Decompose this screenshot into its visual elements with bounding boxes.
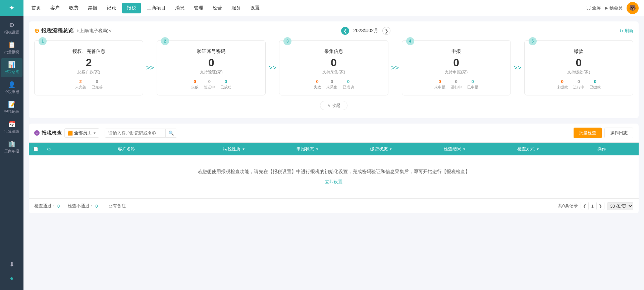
th-check-result[interactable]: 检查结果 ▼ xyxy=(418,143,491,155)
step1-stat-1[interactable]: 0 已完善 xyxy=(92,79,103,90)
nav-item-message[interactable]: 消息 xyxy=(170,0,189,16)
step3-number: 0 xyxy=(285,57,382,68)
fail-count-link[interactable]: 0 xyxy=(95,204,98,209)
overview-panel: ⊕ 报税流程总览 ♀上海(电子税局)∨ ❮ 2023年02月 ❯ ↻ 刷新 xyxy=(29,21,639,118)
sidebar: ⚙ 报税设置 📋 批量报税 📊 报税总览 👤 个税申报 📝 报税记录 📅 汇算清… xyxy=(0,16,23,290)
avatar[interactable]: 🐻 xyxy=(627,2,639,14)
sidebar-location[interactable]: ● xyxy=(1,272,22,285)
step4-stat-1[interactable]: 0 进行中 xyxy=(451,79,462,90)
nav-item-service[interactable]: 服务 xyxy=(227,0,246,16)
step5-stat-2[interactable]: 0 已缴款 xyxy=(590,79,601,90)
step-badge-1: 1 xyxy=(39,37,47,45)
step2-stat-0[interactable]: 0 失败 xyxy=(191,79,199,90)
select-all-checkbox[interactable] xyxy=(34,147,38,151)
step5-stat-0[interactable]: 0 未缴款 xyxy=(557,79,568,90)
refresh-button[interactable]: ↻ 刷新 xyxy=(620,28,633,34)
step4-stat-0[interactable]: 0 未申报 xyxy=(434,79,445,90)
th-tax-nature[interactable]: 纳税性质 ▼ xyxy=(198,143,271,155)
step3-stat2-label: 已成功 xyxy=(343,85,354,90)
step2-stat2-num: 0 xyxy=(225,79,227,84)
step3-stat-0[interactable]: 0 失败 xyxy=(314,79,321,90)
step2-stat1-num: 0 xyxy=(208,79,211,84)
member-button[interactable]: ▶ 畅会员 xyxy=(605,5,623,11)
nav-item-manage[interactable]: 管理 xyxy=(189,0,208,16)
total-records: 共0条记录 xyxy=(558,203,578,209)
employee-label: 全部员工 xyxy=(74,130,92,136)
th-method-label: 检查方式 xyxy=(517,146,535,152)
page-size-select[interactable]: 30 条/页 xyxy=(607,202,633,210)
step5-title: 缴款 xyxy=(530,49,628,55)
step2-stat0-num: 0 xyxy=(194,79,196,84)
top-nav: ✦ 首页 客户 收费 票据 记账 报税 工商项目 消息 管理 经营 服务 设置 … xyxy=(0,0,644,16)
sidebar-item-annual-report[interactable]: 🏢 工商年报 xyxy=(1,138,22,156)
sidebar-item-tax-overview[interactable]: 📊 报税总览 xyxy=(1,58,22,77)
check-title: ○ 报税检查 xyxy=(34,130,62,136)
employee-select[interactable]: 🟧 全部员工 ▼ xyxy=(64,128,99,138)
th-payment-status[interactable]: 缴费状态 ▼ xyxy=(344,143,418,155)
th-checkbox[interactable] xyxy=(29,144,42,155)
logo-area: ✦ xyxy=(0,0,23,16)
nav-item-operation[interactable]: 经营 xyxy=(208,0,227,16)
sidebar-label-tax-settings: 报税设置 xyxy=(4,30,19,34)
th-operation: 操作 xyxy=(565,143,639,155)
sidebar-item-tax-settings[interactable]: ⚙ 报税设置 xyxy=(1,19,22,37)
sidebar-item-tax-records[interactable]: 📝 报税记录 xyxy=(1,98,22,117)
download-icon: ⬇ xyxy=(9,261,14,268)
step3-stat-2[interactable]: 0 已成功 xyxy=(343,79,354,90)
sidebar-download[interactable]: ⬇ xyxy=(1,258,22,271)
search-button[interactable]: 🔍 xyxy=(165,129,177,137)
step4-stat-2[interactable]: 0 已申报 xyxy=(467,79,478,90)
sidebar-item-settlement[interactable]: 📅 汇算清缴 xyxy=(1,118,22,136)
step5-stat1-label: 进行中 xyxy=(573,85,584,90)
prev-month-button[interactable]: ❮ xyxy=(341,27,349,35)
step2-number: 0 xyxy=(162,57,260,68)
step4-sub: 支持申报(家) xyxy=(408,69,505,75)
step4-number: 0 xyxy=(408,57,505,68)
overview-title-text: 报税流程总览 xyxy=(41,27,73,34)
location-tag[interactable]: ♀上海(电子税局)∨ xyxy=(76,28,112,34)
operation-log-button[interactable]: 操作日志 xyxy=(604,128,633,138)
sidebar-item-individual-tax[interactable]: 👤 个税申报 xyxy=(1,78,22,97)
nav-item-home[interactable]: 首页 xyxy=(27,0,46,16)
step-card-1: 1 授权、完善信息 2 总客户数(家) 2 未完善 0 已完善 xyxy=(34,40,143,95)
step5-stats: 0 未缴款 0 进行中 0 已缴款 xyxy=(530,79,628,90)
step2-stat-2[interactable]: 0 已成功 xyxy=(220,79,231,90)
fullscreen-icon: ⛶ xyxy=(586,5,591,10)
th-gear[interactable]: ⚙ xyxy=(42,143,56,155)
th-check-method[interactable]: 检查方式 ▼ xyxy=(492,143,565,155)
filter-icon-2: ▼ xyxy=(315,147,319,151)
next-page-button[interactable]: ❯ xyxy=(596,202,604,210)
fullscreen-button[interactable]: ⛶ 全屏 xyxy=(586,5,601,11)
chevron-down-icon: ▼ xyxy=(93,131,96,135)
step3-stat2-num: 0 xyxy=(347,79,350,84)
pass-count-link[interactable]: 0 xyxy=(57,204,60,209)
nav-item-customer[interactable]: 客户 xyxy=(46,0,64,16)
step3-stat1-num: 0 xyxy=(331,79,333,84)
nav-item-settings[interactable]: 设置 xyxy=(246,0,264,16)
step-card-4: 4 申报 0 支持申报(家) 0 未申报 0 进行中 xyxy=(402,40,511,95)
tax-records-icon: 📝 xyxy=(8,101,15,108)
batch-check-button[interactable]: 批量检查 xyxy=(574,128,602,138)
th-declare-status[interactable]: 申报状态 ▼ xyxy=(271,143,344,155)
play-icon: ▶ xyxy=(605,5,608,10)
collapse-button[interactable]: ∧ 收起 xyxy=(320,101,348,110)
step3-stat-1[interactable]: 0 未采集 xyxy=(326,79,337,90)
step1-stat-0[interactable]: 2 未完善 xyxy=(75,79,86,90)
step1-stat0-num: 2 xyxy=(79,79,82,84)
step2-stat2-label: 已成功 xyxy=(220,85,231,90)
step5-stat-1[interactable]: 0 进行中 xyxy=(573,79,584,90)
set-link[interactable]: 立即设置 xyxy=(198,179,470,185)
check-title-text: 报税检查 xyxy=(42,130,62,136)
nav-item-tax[interactable]: 报税 xyxy=(122,3,141,13)
content: ⊕ 报税流程总览 ♀上海(电子税局)∨ ❮ 2023年02月 ❯ ↻ 刷新 xyxy=(23,16,644,290)
empty-message-text: 若您想使用报税检查功能，请先在【报税设置】中进行报税的初始化设置，完成密码验证和… xyxy=(198,169,470,174)
search-input[interactable] xyxy=(105,129,165,137)
prev-page-button[interactable]: ❮ xyxy=(581,202,589,210)
nav-item-accounting[interactable]: 记账 xyxy=(102,0,121,16)
sidebar-item-batch-tax[interactable]: 📋 批量报税 xyxy=(1,39,22,57)
nav-item-billing[interactable]: 收费 xyxy=(64,0,83,16)
step2-stat-1[interactable]: 0 验证中 xyxy=(204,79,215,90)
nav-item-invoice[interactable]: 票据 xyxy=(83,0,102,16)
next-month-button[interactable]: ❯ xyxy=(382,27,390,35)
nav-item-business[interactable]: 工商项目 xyxy=(142,0,170,16)
